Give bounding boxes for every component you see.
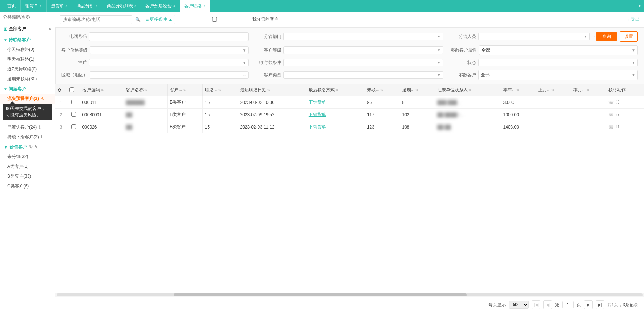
price-tier-select[interactable]: ▼	[90, 46, 249, 54]
col-settings[interactable]: ⚙	[55, 84, 67, 96]
region-select[interactable]: ···	[90, 71, 249, 79]
row-last-contact-method[interactable]: 下销货单	[306, 96, 365, 109]
row-liaison: ███ ███...	[435, 96, 501, 109]
row-code: 00030031	[80, 109, 124, 121]
close-icon[interactable]: ×	[173, 4, 175, 8]
sidebar-item-class-b[interactable]: B类客户(33)	[0, 171, 55, 181]
sidebar-item-declining[interactable]: 持续下滑客户(2) ℹ	[0, 132, 55, 142]
sidebar-section-value[interactable]: ▼ 价值客户 ↻ ✎	[0, 142, 55, 152]
sidebar-item-class-a[interactable]: A类客户(1)	[0, 162, 55, 171]
tab-customer-tier[interactable]: 客户分层经营 ×	[141, 0, 180, 12]
sidebar-item-churn-warning[interactable]: 流失预警客户(3) ⚠	[0, 94, 55, 104]
tab-purchase-order[interactable]: 进货单 ×	[47, 0, 72, 12]
sidebar-item-overdue-contact[interactable]: 逾期未联络(30)	[0, 74, 55, 84]
churn-tooltip: 90天未交易的客户，可能有流失风险。	[3, 104, 52, 120]
tab-home[interactable]: 首页	[3, 0, 21, 12]
category-search-input[interactable]	[3, 15, 55, 20]
row-last-contact-date: 2023-03-02 10:30:	[238, 96, 306, 109]
first-page-button[interactable]: |◀	[532, 300, 540, 309]
row-index: 1	[55, 96, 67, 109]
phone-input[interactable]	[89, 32, 249, 41]
close-all-button[interactable]: ×	[639, 3, 641, 9]
tab-product-analysis-list[interactable]: 商品分析列表 ×	[102, 0, 141, 12]
edit-icon[interactable]: ✎	[34, 145, 38, 150]
sidebar-item-class-c[interactable]: C类客户(6)	[0, 181, 55, 191]
filter-bar: 🔍 ≡ 更多条件 ▲ 我分管的客户 ↑ 导出	[55, 12, 644, 28]
contact-icon[interactable]: ☏	[608, 112, 614, 117]
row-checkbox[interactable]	[67, 109, 80, 121]
search-input[interactable]	[60, 15, 132, 24]
close-icon[interactable]: ×	[96, 4, 98, 8]
status-select[interactable]: ▼	[478, 59, 638, 66]
row-this-year: 1000.00	[501, 109, 536, 121]
collapse-icon[interactable]: «	[49, 27, 51, 32]
row-code: 000026	[80, 121, 124, 133]
person-select[interactable]: ▼	[478, 33, 590, 40]
sidebar-item-ungrouped[interactable]: 未分组(32)	[0, 152, 55, 162]
nature-select[interactable]: ▼	[89, 59, 249, 66]
tab-product-analysis[interactable]: 商品分析 ×	[72, 0, 102, 12]
refresh-icon[interactable]: ↻	[29, 145, 33, 150]
sidebar-item-today-pending[interactable]: 今天待联络(0)	[0, 45, 55, 54]
expand-arrow-icon: ▼	[4, 145, 8, 150]
my-customers-checkbox[interactable]	[178, 17, 251, 22]
customer-type-select[interactable]: ▼	[283, 71, 443, 79]
horizontal-scrollbar[interactable]	[55, 293, 644, 297]
setting-button[interactable]: 设置	[620, 31, 638, 42]
row-actions: ☏ ⠿	[606, 121, 644, 133]
tab-sales-order[interactable]: 销货单 ×	[21, 0, 47, 12]
sidebar-item-7days-pending[interactable]: 近7天待联络(0)	[0, 64, 55, 74]
row-checkbox[interactable]	[67, 96, 80, 109]
page-suffix: 页	[577, 302, 581, 308]
chevron-down-icon: ▼	[242, 61, 246, 65]
scrollbar-thumb[interactable]	[174, 293, 467, 296]
sidebar-item-churned[interactable]: 已流失客户(24) ℹ	[0, 122, 55, 132]
row-checkbox[interactable]	[67, 121, 80, 133]
contact-icon[interactable]: ☏	[608, 100, 614, 105]
contact-icon[interactable]: ☏	[608, 125, 614, 130]
per-page-select[interactable]: 50 100 200	[509, 301, 529, 309]
customer-tier-select[interactable]: ▼	[283, 46, 443, 54]
dept-label: 分管部门	[256, 33, 281, 40]
col-name: 客户名称⇅	[124, 84, 167, 96]
sidebar-item-tomorrow-pending[interactable]: 明天待联络(1)	[0, 54, 55, 64]
total-records: 共1页，3条记录	[607, 302, 638, 308]
next-page-button[interactable]: ▶	[584, 300, 593, 309]
more-action-icon[interactable]: ⠿	[616, 125, 619, 130]
select-all-checkbox[interactable]	[69, 87, 74, 92]
more-action-icon[interactable]: ⠿	[616, 112, 619, 117]
payment-select[interactable]: ▼	[283, 59, 443, 66]
close-icon[interactable]: ×	[65, 4, 68, 8]
col-last-contact-method: 最后联络方式⇅	[306, 84, 365, 96]
col-action: 联络动作	[606, 84, 644, 96]
export-button[interactable]: ↑ 导出	[628, 16, 640, 23]
retail-customer-select[interactable]: 全部 ▼	[478, 70, 638, 80]
prev-page-button[interactable]: ◀	[543, 300, 552, 309]
more-options-icon[interactable]: ···	[591, 34, 595, 39]
filter-row-nature: 性质 ▼	[61, 59, 249, 66]
status-label: 状态	[451, 60, 476, 66]
tab-customer-contact[interactable]: 客户联络 ×	[180, 0, 210, 12]
close-icon[interactable]: ×	[40, 4, 42, 8]
col-overdue: 逾期...⇅	[400, 84, 435, 96]
close-icon[interactable]: ×	[134, 4, 137, 8]
search-btn[interactable]: 🔍	[135, 17, 141, 22]
dept-select[interactable]: ▼	[283, 33, 443, 40]
col-checkbox[interactable]	[67, 84, 80, 96]
per-page-label: 每页显示	[488, 302, 506, 308]
phone-label: 电话号码	[61, 33, 87, 40]
row-last-contact-method[interactable]: 下销货单	[306, 109, 365, 121]
close-icon[interactable]: ×	[203, 4, 205, 8]
sidebar-section-problem[interactable]: ▼ 问题客户	[0, 84, 55, 94]
more-action-icon[interactable]: ⠿	[616, 100, 619, 105]
row-actions: ☏ ⠿	[606, 109, 644, 121]
retail-attr-select[interactable]: 全部 ▼	[479, 45, 638, 55]
page-number-input[interactable]	[562, 301, 574, 308]
my-customers-checkbox-label[interactable]: 我分管的客户	[178, 16, 278, 23]
row-last-contact-method[interactable]: 下销货单	[306, 121, 365, 133]
chevron-down-icon: ▼	[632, 61, 635, 65]
sidebar-section-pending[interactable]: ▼ 待联络客户	[0, 35, 55, 45]
more-conditions-button[interactable]: ≡ 更多条件 ▲	[144, 15, 175, 24]
last-page-button[interactable]: ▶|	[596, 300, 604, 309]
query-button[interactable]: 查询	[596, 32, 617, 41]
